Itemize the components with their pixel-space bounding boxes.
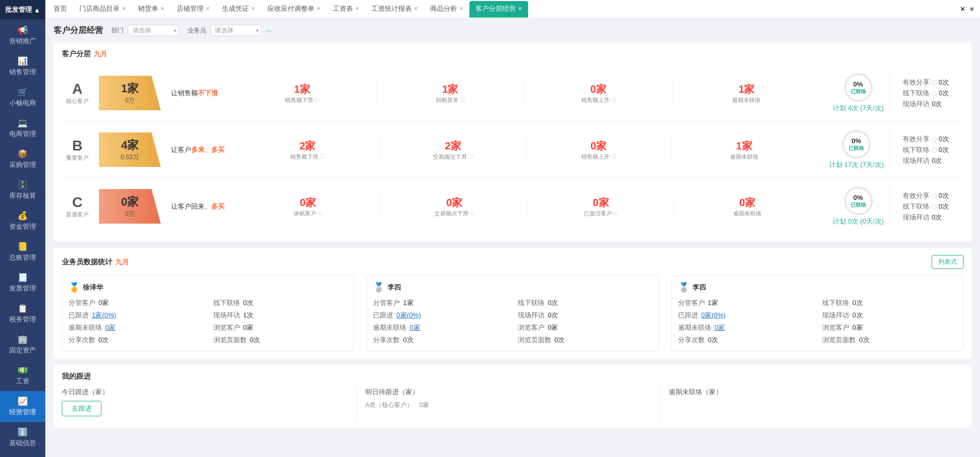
stat-count: 0家 [590,139,606,153]
tab-store-manage[interactable]: 店铺管理✕ [171,1,216,18]
tier-stat-2-3: 0家 逾期未联络 [674,194,820,219]
tab-label: 生成凭证 [222,4,249,13]
tier-circle-1: 0% 已联络 计划 17次 (7天/次) [823,128,890,172]
tier-chart-1: 4家 0.53万 [99,128,161,172]
person-stat-val[interactable]: 0家(0%) [701,311,726,320]
caigou-icon: 📦 [18,149,28,159]
person-stat-2-3: 现场拜访 0次 [822,311,957,320]
tab-label: 首页 [54,4,67,13]
tab-close-icon[interactable]: ✕ [206,6,210,11]
plan-link[interactable]: 计划 0次 (0天/次) [833,217,884,225]
person-stat-val[interactable]: 0家 [105,323,115,332]
sidebar-item-zijin[interactable]: 💰资金管理 [0,206,45,236]
person-stat-val[interactable]: 1家(0%) [92,311,116,320]
tab-close-icon[interactable]: ✕ [459,6,463,11]
sidebar-item-gongzi[interactable]: 💵工资 [0,360,45,391]
tab-close-icon[interactable]: ✕ [518,6,522,11]
person-name-2: 李四 [692,283,706,292]
tab-close-icon[interactable]: ✕ [122,6,126,11]
dianshang-icon: 💻 [18,118,28,128]
sidebar-item-jichu[interactable]: ℹ️基础信息 [0,422,45,453]
tab-salary-stats[interactable]: 工资统计报表✕ [365,1,424,18]
tab-label: 销货单 [138,4,158,13]
tier-stat-0-0: 1家 销售额下滑ⓘ [228,80,377,106]
tab-voucher[interactable]: 生成凭证✕ [216,1,261,18]
info-icon: ⓘ [932,80,937,86]
person-stats-grid-0: 分管客户 0家 线下联络 0次 已跟进 1家(0%) 现场拜访 1次 逾期未联络… [69,298,347,345]
plan-link[interactable]: 计划 17次 (7天/次) [829,161,884,168]
tier-name: 普通客户 [66,211,89,218]
info-icon: ⓘ [611,96,616,104]
tier-amount: 0万 [106,210,154,218]
tier-label-A: A 核心客户 [62,71,93,115]
sidebar-item-zongzhang[interactable]: 📒总账管理 [0,236,45,267]
sidebar-item-kucun[interactable]: 🗄️库存核算 [0,175,45,206]
staff-select[interactable]: 请选择 [210,25,262,36]
info-icon: ⓘ [469,210,475,217]
plan-link[interactable]: 计划 4次 (7天/次) [833,104,884,112]
dept-select[interactable]: 请选择 [128,25,179,36]
sidebar-item-shuiwu[interactable]: 📋税务管理 [0,298,45,329]
tier-chart-0: 1家 0万 [99,71,161,115]
tab-close-icon[interactable]: ✕ [316,6,320,11]
followup-tomorrow-sub: A类（核心客户） 0家 [365,401,652,410]
person-card-1: 🥈 李四 分管客户 1家 线下联络 0次 已跟进 0家(0%) 现场拜访 0次 … [366,275,658,351]
close-all-tabs-btn[interactable]: ✕ [960,5,966,13]
tier-bar: 1家 0万 [99,76,161,110]
sidebar-item-gudingzichan[interactable]: 🏢固定资产 [0,329,45,360]
tab-close-icon[interactable]: ✕ [251,6,255,11]
tab-sales-order[interactable]: 销货单✕ [132,1,171,18]
circle-inner: 0% 已联络 [851,194,866,209]
circle-plan: 计划 4次 (7天/次) [833,104,884,113]
info-icon: ⓘ [932,193,937,199]
sidebar-item-xiaodian[interactable]: 🛒小畅电商 [0,82,45,113]
circle-plan: 计划 17次 (7天/次) [829,160,884,170]
tab-close-icon[interactable]: ✕ [414,6,418,11]
tier-amount: 0.53万 [106,153,154,162]
person-stat-val[interactable]: 0家 [410,323,420,332]
person-stat-val: 0次 [403,335,413,345]
sidebar-item-fapiao[interactable]: 🧾发票管理 [0,267,45,298]
circle-percent: 0% [851,194,866,201]
tab-label: 店铺管理 [177,4,204,13]
tab-customer-tier[interactable]: 客户分层经营✕ [469,1,528,18]
sidebar-item-xitong[interactable]: ⚙️系统管理 [0,453,45,457]
person-stat-val: 0次 [548,298,558,308]
tab-close-icon[interactable]: ✕ [160,6,164,11]
tier-desc-0: 让销售额不下滑 [167,71,222,115]
sidebar-item-label: 固定资产 [9,346,36,355]
tab-close-icon[interactable]: ✕ [355,6,359,11]
tier-stat-2-1: 0家 交易频次下滑ⓘ [381,194,528,219]
more-tabs-btn[interactable]: ≡ [970,5,974,13]
stat-count: 1家 [442,82,458,96]
sidebar-item-yingxiao[interactable]: 📢营销推广 [0,20,45,51]
sidebar-toggle-icon[interactable]: ▲ [34,6,41,14]
stat-count: 0家 [446,196,462,210]
sidebar-item-caigou[interactable]: 📦采购管理 [0,144,45,175]
person-stat-val[interactable]: 0家 [715,323,725,332]
info-icon: ⓘ [314,96,319,104]
tier-row-a: A 核心客户 1家 0万 让销售额不下滑 1家 销售额下滑ⓘ 1家 回购异常ⓘ … [62,65,964,122]
tab-product-analysis[interactable]: 商品分析✕ [424,1,469,18]
sidebar-title[interactable]: 批发管理 ▲ [0,0,45,20]
circle-inner: 0% 已联络 [851,80,866,95]
list-view-btn[interactable]: 列表式 [932,255,964,269]
person-stat-val[interactable]: 0家(0%) [396,311,421,320]
sidebar-item-label: 采购管理 [9,160,36,170]
tier-count: 1家 [106,81,154,96]
tab-store-products[interactable]: 门店商品目录✕ [73,1,132,18]
right-stat-2-2: 现场拜访 0次 [903,213,957,222]
tab-home[interactable]: 首页 [47,1,73,18]
go-followup-btn[interactable]: 去跟进 [62,401,102,416]
sidebar-item-dianshang[interactable]: 💻电商管理 [0,113,45,144]
content-area: 客户分层经营 部门 请选择 业务员 请选择 ··· [45,19,980,457]
tab-receivable[interactable]: 应收应付调整单✕ [261,1,327,18]
more-filter-btn[interactable]: ··· [266,26,272,35]
tier-amount: 0万 [106,96,154,105]
tab-label: 商品分析 [430,4,457,13]
sidebar-item-jingying[interactable]: 📈经营管理 [0,391,45,422]
xiaodian-icon: 🛒 [18,87,28,97]
stat-label: 逾期未联络 [730,153,758,161]
tab-salary-table[interactable]: 工资表✕ [327,1,365,18]
sidebar-item-xiaoshou[interactable]: 📊销售管理 [0,51,45,82]
